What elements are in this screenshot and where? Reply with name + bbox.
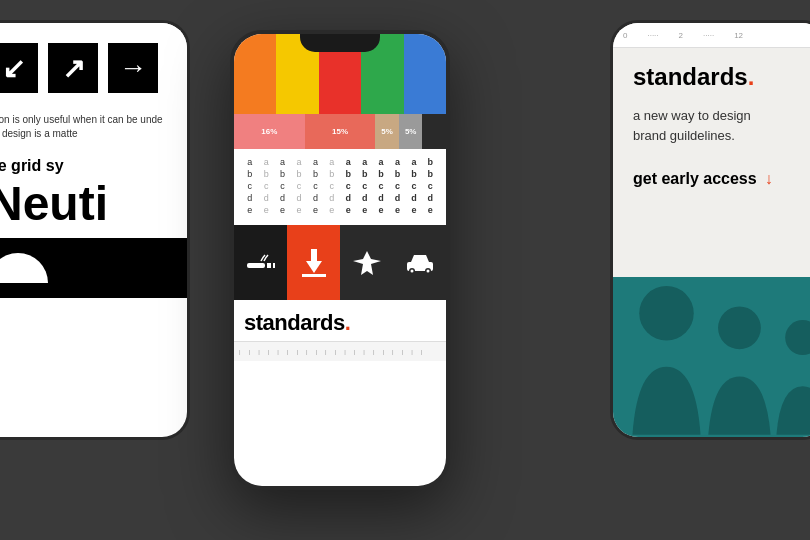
- right-dot: .: [748, 63, 755, 90]
- silhouette-svg: [613, 277, 810, 437]
- airplane-icon-cell: [340, 225, 393, 300]
- svg-point-9: [410, 269, 413, 272]
- tagline-line1: a new way to design: [633, 106, 807, 126]
- svg-rect-1: [267, 263, 271, 268]
- typo-row-d: d d d d d d d d d d d d: [244, 193, 436, 203]
- pct-blocks: 16% 15% 5% 5%: [234, 114, 446, 149]
- center-dot: .: [345, 310, 351, 335]
- pct-block-4: 5%: [399, 114, 423, 149]
- svg-rect-0: [247, 263, 265, 268]
- svg-rect-2: [273, 263, 275, 268]
- right-tagline: a new way to design brand guildelines.: [613, 96, 810, 165]
- pct-block-2: 15%: [305, 114, 376, 149]
- left-top-icons: ↙ ↗ →: [0, 23, 187, 103]
- color-block-orange: [234, 34, 276, 114]
- pct-block-5: [422, 114, 446, 149]
- phone-center-screen: 16% 15% 5% 5% a a a a a a a a a a a b: [234, 34, 446, 486]
- silhouettes: [613, 277, 810, 437]
- svg-point-11: [639, 286, 693, 340]
- center-app-name: standards.: [234, 300, 446, 341]
- phone-right-screen: 0 ····· 2 ····· 12 standards. a new way …: [613, 23, 810, 437]
- svg-rect-5: [302, 274, 326, 277]
- smoking-icon-cell: [234, 225, 287, 300]
- typo-row-e: e e e e e e e e e e e e: [244, 205, 436, 215]
- bottom-ruler: | | | | | | | | | | | | | | | | | | | |: [234, 341, 446, 361]
- pct-block-1: 16%: [234, 114, 305, 149]
- phone-center: 16% 15% 5% 5% a a a a a a a a a a a b: [230, 30, 450, 490]
- phone-notch: [300, 34, 380, 52]
- phone-left: ↙ ↗ → ation is only useful when it can b…: [0, 20, 190, 440]
- right-ruler: 0 ····· 2 ····· 12: [613, 23, 810, 48]
- typo-row-c: c c c c c c c c c c c c: [244, 181, 436, 191]
- arrow-right-icon: →: [108, 43, 158, 93]
- icon-row: [234, 225, 446, 300]
- cta-container[interactable]: get early access ↓: [613, 165, 810, 208]
- typo-row-b: b b b b b b b b b b b b: [244, 169, 436, 179]
- car-icon-cell: [393, 225, 446, 300]
- phone-right: 0 ····· 2 ····· 12 standards. a new way …: [610, 20, 810, 440]
- tagline-line2: brand guildelines.: [633, 126, 807, 146]
- left-bold-text: he grid sy: [0, 151, 187, 180]
- left-neut-text: Neuti: [0, 180, 187, 228]
- svg-point-10: [426, 269, 429, 272]
- pct-block-3: 5%: [375, 114, 399, 149]
- phone-left-screen: ↙ ↗ → ation is only useful when it can b…: [0, 23, 187, 437]
- ruler-marks: | | | | | | | | | | | | | | | | | | | |: [239, 349, 422, 355]
- cta-text: get early access: [633, 170, 757, 188]
- arrow-up-right-icon: ↗: [48, 43, 98, 93]
- right-app-name-container: standards.: [613, 48, 810, 96]
- typo-row-a: a a a a a a a a a a a b: [244, 157, 436, 167]
- left-small-text: ation is only useful when it can be unde…: [0, 103, 187, 151]
- svg-point-13: [785, 320, 810, 355]
- arrow-down-icon: ↓: [765, 170, 773, 188]
- arrow-down-left-icon: ↙: [0, 43, 38, 93]
- right-app-name: standards: [633, 63, 748, 90]
- svg-point-12: [718, 306, 761, 349]
- svg-marker-4: [306, 261, 322, 273]
- color-block-blue: [404, 34, 446, 114]
- download-icon-cell: [287, 225, 340, 300]
- typography-grid: a a a a a a a a a a a b b b b b b b b: [234, 149, 446, 225]
- white-semicircle: [0, 253, 48, 283]
- left-black-bar: [0, 238, 187, 298]
